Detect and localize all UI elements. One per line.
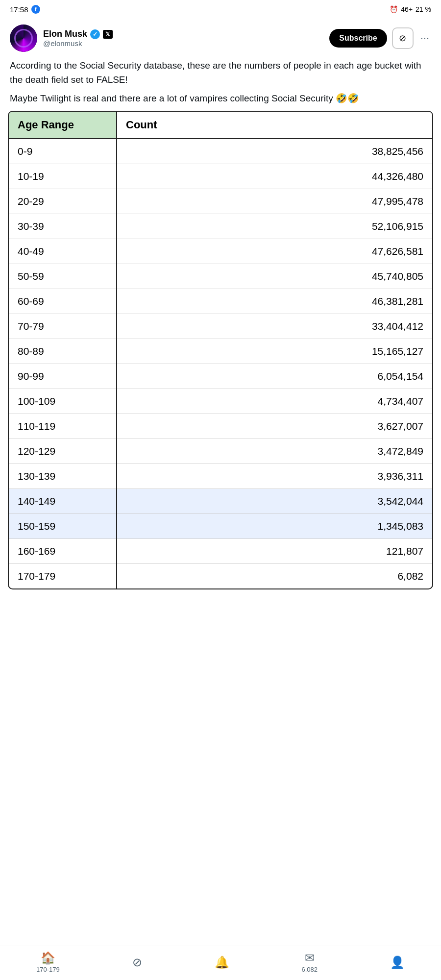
profile-nav-icon: 👤: [390, 956, 405, 969]
count-cell: 47,626,581: [117, 239, 432, 264]
count-cell: 3,936,311: [117, 464, 432, 489]
table-row: 80-8915,165,127: [9, 339, 432, 364]
count-cell: 47,995,478: [117, 189, 432, 214]
verified-icon: ✓: [90, 29, 100, 39]
post-container: Elon Musk ✓ 𝕏 @elonmusk Subscribe ⊘ ··· …: [0, 17, 441, 589]
profile-icon-button[interactable]: ⊘: [392, 27, 414, 49]
table-row: 170-1796,082: [9, 564, 432, 588]
home-icon: 🏠: [41, 951, 55, 965]
count-header: Count: [117, 112, 432, 139]
table-row: 0-938,825,456: [9, 139, 432, 164]
profile-handle: @elonmusk: [43, 39, 323, 48]
age-range-cell: 60-69: [9, 289, 117, 314]
count-cell: 4,734,407: [117, 389, 432, 414]
nav-profile[interactable]: 👤: [390, 956, 405, 969]
profile-name-row: Elon Musk ✓ 𝕏: [43, 29, 323, 39]
age-range-cell: 70-79: [9, 314, 117, 339]
count-cell: 38,825,456: [117, 139, 432, 164]
age-range-cell: 50-59: [9, 264, 117, 289]
table-row: 110-1193,627,007: [9, 414, 432, 439]
table-row: 50-5945,740,805: [9, 264, 432, 289]
table-row: 40-4947,626,581: [9, 239, 432, 264]
table-row: 150-1591,345,083: [9, 514, 432, 539]
table-row: 70-7933,404,412: [9, 314, 432, 339]
age-range-cell: 120-129: [9, 439, 117, 464]
age-range-cell: 150-159: [9, 514, 117, 539]
alarm-icon: ⏰: [390, 5, 398, 13]
nav-messages[interactable]: ✉ 6,082: [302, 951, 318, 973]
age-range-cell: 40-49: [9, 239, 117, 264]
status-time: 17:58: [10, 5, 28, 14]
count-cell: 3,472,849: [117, 439, 432, 464]
count-cell: 6,082: [117, 564, 432, 588]
count-cell: 15,165,127: [117, 339, 432, 364]
nav-home-label: 170-179: [36, 966, 60, 973]
count-cell: 52,106,915: [117, 214, 432, 239]
age-range-cell: 10-19: [9, 164, 117, 189]
age-range-cell: 160-169: [9, 539, 117, 564]
slash-circle-icon: ⊘: [399, 33, 406, 44]
post-text-1: According to the Social Security databas…: [10, 59, 431, 87]
subscribe-button[interactable]: Subscribe: [329, 29, 387, 48]
battery-level: 21 %: [416, 5, 431, 13]
table-row: 60-6946,381,281: [9, 289, 432, 314]
age-range-cell: 90-99: [9, 364, 117, 389]
age-range-cell: 20-29: [9, 189, 117, 214]
table-row: 10-1944,326,480: [9, 164, 432, 189]
count-cell: 44,326,480: [117, 164, 432, 189]
age-range-cell: 140-149: [9, 489, 117, 514]
status-right: ⏰ 46+ 21 %: [390, 5, 431, 13]
table-row: 140-1493,542,044: [9, 489, 432, 514]
count-cell: 6,054,154: [117, 364, 432, 389]
table-row: 100-1094,734,407: [9, 389, 432, 414]
table-row: 130-1393,936,311: [9, 464, 432, 489]
data-table-container: Age Range Count 0-938,825,45610-1944,326…: [8, 111, 433, 589]
x-badge: 𝕏: [103, 30, 113, 39]
age-count-table: Age Range Count 0-938,825,45610-1944,326…: [9, 112, 432, 588]
profile-actions: Subscribe ⊘ ···: [329, 27, 431, 49]
age-range-cell: 80-89: [9, 339, 117, 364]
age-range-cell: 110-119: [9, 414, 117, 439]
bottom-navigation: 🏠 170-179 ⊘ 🔔 ✉ 6,082 👤: [0, 946, 441, 980]
nav-messages-label: 6,082: [302, 966, 318, 973]
count-cell: 3,542,044: [117, 489, 432, 514]
age-range-header: Age Range: [9, 112, 117, 139]
nav-explore[interactable]: ⊘: [132, 956, 142, 969]
age-range-cell: 30-39: [9, 214, 117, 239]
notification-icon: 🔔: [215, 956, 229, 969]
table-row: 160-169121,807: [9, 539, 432, 564]
status-bar: 17:58 f ⏰ 46+ 21 %: [0, 0, 441, 17]
status-left: 17:58 f: [10, 5, 40, 14]
count-cell: 45,740,805: [117, 264, 432, 289]
more-options-button[interactable]: ···: [418, 32, 431, 45]
count-cell: 46,381,281: [117, 289, 432, 314]
profile-name: Elon Musk: [43, 29, 87, 39]
table-row: 30-3952,106,915: [9, 214, 432, 239]
facebook-icon: f: [31, 5, 40, 14]
table-row: 90-996,054,154: [9, 364, 432, 389]
nav-notifications[interactable]: 🔔: [215, 956, 229, 969]
count-cell: 3,627,007: [117, 414, 432, 439]
nav-home[interactable]: 🏠 170-179: [36, 951, 60, 973]
profile-info: Elon Musk ✓ 𝕏 @elonmusk: [43, 29, 323, 48]
network-strength: 46+: [401, 5, 413, 13]
avatar: [10, 24, 37, 52]
count-cell: 121,807: [117, 539, 432, 564]
post-text-2: Maybe Twilight is real and there are a l…: [10, 92, 431, 106]
count-cell: 1,345,083: [117, 514, 432, 539]
table-header-row: Age Range Count: [9, 112, 432, 139]
age-range-cell: 100-109: [9, 389, 117, 414]
table-row: 20-2947,995,478: [9, 189, 432, 214]
age-range-cell: 0-9: [9, 139, 117, 164]
table-row: 120-1293,472,849: [9, 439, 432, 464]
age-range-cell: 130-139: [9, 464, 117, 489]
message-icon: ✉: [305, 951, 315, 965]
count-cell: 33,404,412: [117, 314, 432, 339]
age-range-cell: 170-179: [9, 564, 117, 588]
profile-header: Elon Musk ✓ 𝕏 @elonmusk Subscribe ⊘ ···: [10, 24, 431, 52]
explore-icon: ⊘: [132, 956, 142, 969]
